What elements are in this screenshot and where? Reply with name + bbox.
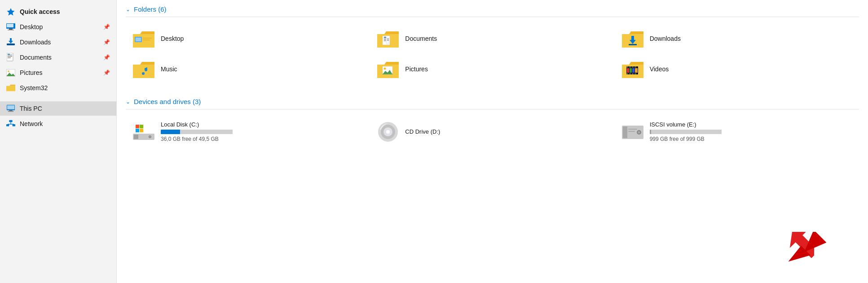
iscsi-drive-label: ISCSI volume (E:) bbox=[650, 121, 722, 128]
music-folder-icon bbox=[132, 59, 155, 79]
folder-item-pictures[interactable]: Pictures bbox=[370, 55, 614, 83]
svg-rect-53 bbox=[634, 73, 636, 74]
drives-section-header[interactable]: ⌄ Devices and drives (3) bbox=[126, 92, 859, 109]
drives-grid: Local Disk (C:) 36,0 GB free of 49,5 GB bbox=[126, 117, 859, 147]
svg-rect-27 bbox=[136, 38, 141, 41]
svg-rect-3 bbox=[8, 30, 14, 30]
svg-rect-19 bbox=[8, 111, 14, 112]
folders-grid: Desktop Documents bbox=[126, 24, 859, 83]
folder-sidebar-icon bbox=[6, 83, 15, 92]
svg-rect-58 bbox=[136, 125, 139, 128]
iscsi-drive-info: ISCSI volume (E:) 999 GB free of 999 GB bbox=[650, 121, 722, 142]
folders-header-label: Folders (6) bbox=[134, 5, 167, 13]
sidebar-pictures-label: Pictures bbox=[20, 69, 43, 76]
sidebar-quickaccess-label: Quick access bbox=[20, 8, 60, 15]
svg-rect-49 bbox=[634, 66, 636, 68]
svg-rect-21 bbox=[6, 124, 9, 126]
sidebar-item-system32[interactable]: System32 bbox=[0, 81, 116, 95]
sidebar-item-pictures[interactable]: Pictures 📌 bbox=[0, 65, 116, 80]
svg-rect-12 bbox=[8, 54, 10, 55]
svg-point-14 bbox=[8, 70, 9, 72]
svg-rect-75 bbox=[628, 131, 635, 132]
sidebar-item-downloads[interactable]: Downloads 📌 bbox=[0, 35, 116, 49]
folders-section-header[interactable]: ⌄ Folders (6) bbox=[126, 0, 859, 17]
local-disk-label: Local Disk (C:) bbox=[161, 121, 233, 128]
local-disk-info: Local Disk (C:) 36,0 GB free of 49,5 GB bbox=[161, 121, 233, 142]
svg-rect-61 bbox=[140, 129, 143, 132]
svg-rect-60 bbox=[136, 129, 139, 132]
svg-rect-34 bbox=[384, 37, 386, 38]
sidebar-desktop-label: Desktop bbox=[20, 23, 43, 30]
svg-rect-39 bbox=[631, 36, 634, 40]
drives-header-label: Devices and drives (3) bbox=[134, 98, 201, 105]
iscsi-drive-size: 999 GB free of 999 GB bbox=[650, 136, 722, 142]
svg-rect-55 bbox=[630, 68, 632, 73]
folders-chevron-icon: ⌄ bbox=[126, 6, 130, 13]
svg-point-65 bbox=[150, 136, 151, 137]
svg-point-42 bbox=[384, 68, 386, 70]
drive-item-d[interactable]: CD Drive (D:) bbox=[370, 117, 614, 147]
svg-rect-5 bbox=[7, 44, 15, 45]
sidebar-documents-label: Documents bbox=[20, 54, 52, 61]
svg-rect-54 bbox=[627, 68, 629, 73]
local-disk-bar-fill bbox=[161, 130, 180, 134]
svg-marker-0 bbox=[7, 8, 15, 16]
svg-rect-17 bbox=[7, 105, 14, 109]
svg-rect-18 bbox=[9, 110, 12, 111]
downloads-sidebar-icon bbox=[6, 38, 15, 47]
svg-rect-50 bbox=[626, 73, 628, 74]
svg-rect-37 bbox=[387, 40, 389, 41]
music-folder-label: Music bbox=[161, 65, 177, 73]
desktop-folder-label: Desktop bbox=[161, 35, 184, 42]
svg-rect-10 bbox=[8, 56, 12, 57]
drive-item-c[interactable]: Local Disk (C:) 36,0 GB free of 49,5 GB bbox=[126, 117, 370, 147]
svg-rect-63 bbox=[134, 135, 138, 139]
iscsi-drive-bar bbox=[650, 130, 722, 134]
downloads-folder-label: Downloads bbox=[650, 35, 681, 42]
folder-item-videos[interactable]: Videos bbox=[615, 55, 859, 83]
downloads-folder-icon bbox=[621, 29, 644, 48]
folder-item-desktop[interactable]: Desktop bbox=[126, 24, 370, 53]
pin-pictures-icon: 📌 bbox=[103, 70, 110, 76]
folder-item-downloads[interactable]: Downloads bbox=[615, 24, 859, 53]
sidebar-network-label: Network bbox=[20, 120, 43, 127]
svg-rect-28 bbox=[143, 38, 152, 39]
cd-drive-info: CD Drive (D:) bbox=[405, 128, 440, 135]
pin-documents-icon: 📌 bbox=[103, 54, 110, 61]
pictures-folder-icon bbox=[376, 59, 400, 79]
svg-rect-40 bbox=[629, 44, 637, 45]
svg-rect-52 bbox=[632, 73, 634, 74]
sidebar-thispc-label: This PC bbox=[20, 105, 42, 112]
sidebar-item-thispc[interactable]: This PC bbox=[0, 101, 116, 116]
desktop-folder-icon bbox=[132, 29, 155, 48]
sidebar-item-quickaccess[interactable]: Quick access bbox=[0, 4, 116, 19]
sidebar-item-documents[interactable]: Documents 📌 bbox=[0, 50, 116, 65]
svg-marker-76 bbox=[780, 232, 814, 264]
iscsi-disk-icon bbox=[621, 122, 644, 142]
drive-item-e[interactable]: ISCSI volume (E:) 999 GB free of 999 GB bbox=[615, 117, 859, 147]
desktop-sidebar-icon bbox=[6, 22, 15, 31]
sidebar-item-desktop[interactable]: Desktop 📌 bbox=[0, 20, 116, 34]
videos-folder-icon bbox=[621, 59, 644, 79]
svg-rect-9 bbox=[8, 55, 12, 56]
svg-rect-29 bbox=[143, 39, 150, 40]
svg-rect-36 bbox=[387, 39, 389, 39]
svg-rect-20 bbox=[9, 120, 12, 122]
svg-rect-7 bbox=[10, 38, 12, 42]
folder-item-documents[interactable]: Documents bbox=[370, 24, 614, 53]
red-arrow-annotation bbox=[769, 232, 814, 270]
sidebar-system32-label: System32 bbox=[20, 84, 48, 91]
svg-rect-44 bbox=[383, 74, 392, 74]
documents-folder-icon bbox=[376, 29, 400, 48]
star-icon bbox=[6, 7, 15, 16]
svg-point-73 bbox=[638, 131, 640, 133]
folder-item-music[interactable]: Music bbox=[126, 55, 370, 83]
pin-desktop-icon: 📌 bbox=[103, 24, 110, 30]
sidebar-item-network[interactable]: Network bbox=[0, 117, 116, 131]
svg-point-69 bbox=[386, 130, 390, 134]
thispc-sidebar-icon bbox=[6, 104, 15, 113]
local-disk-size: 36,0 GB free of 49,5 GB bbox=[161, 136, 233, 142]
svg-rect-59 bbox=[140, 125, 143, 128]
cd-drive-label: CD Drive (D:) bbox=[405, 128, 440, 135]
svg-rect-4 bbox=[7, 24, 13, 27]
